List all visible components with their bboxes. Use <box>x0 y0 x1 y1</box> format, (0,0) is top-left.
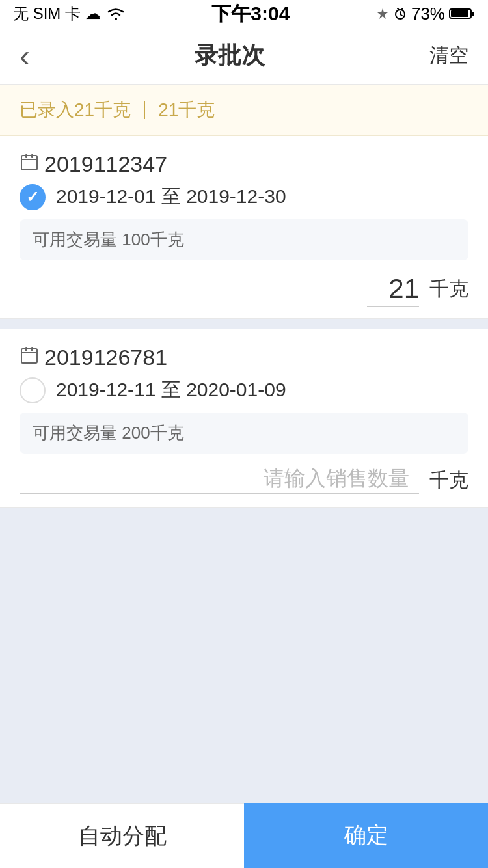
batch-date-text-2: 2019-12-11 至 2020-01-09 <box>56 377 286 403</box>
svg-rect-14 <box>21 352 37 353</box>
alarm-icon <box>393 7 407 21</box>
svg-rect-16 <box>31 347 33 351</box>
batch-checkbox-2[interactable] <box>20 377 46 403</box>
battery-icon <box>449 7 475 20</box>
svg-rect-11 <box>25 154 27 158</box>
batch-id-row-2: 2019126781 <box>20 345 468 370</box>
clear-button[interactable]: 清空 <box>429 42 468 69</box>
quantity-input-2[interactable] <box>20 467 419 494</box>
quantity-unit-1: 千克 <box>429 276 468 303</box>
recorded-label: 已录入21千克 <box>20 98 131 122</box>
batch-date-row-1: 2019-12-01 至 2019-12-30 <box>20 183 468 210</box>
svg-rect-12 <box>31 154 33 158</box>
batch-availability-2: 可用交易量 200千克 <box>20 413 468 454</box>
svg-line-4 <box>398 8 399 10</box>
batch-item-1: 2019112347 2019-12-01 至 2019-12-30 可用交易量… <box>0 136 488 319</box>
back-button[interactable]: ‹ <box>20 40 30 72</box>
wifi-icon <box>106 7 126 21</box>
status-left: 无 SIM 卡 ☁ <box>13 3 126 24</box>
svg-rect-10 <box>21 159 37 160</box>
section-divider <box>0 319 488 329</box>
input-row-2: 千克 <box>0 454 488 508</box>
batch-checkbox-1[interactable] <box>20 184 46 210</box>
batch-id-row-1: 2019112347 <box>20 152 468 177</box>
recorded-value: 21千克 <box>158 98 215 122</box>
sim-label: 无 SIM 卡 ☁ <box>13 3 101 24</box>
status-right: 73% <box>376 4 475 24</box>
batch-item-2: 2019126781 2019-12-11 至 2020-01-09 可用交易量… <box>0 329 488 508</box>
svg-rect-7 <box>451 10 468 17</box>
quantity-value-1: 21 <box>367 273 419 305</box>
nav-bar: ‹ 录批次 清空 <box>0 27 488 85</box>
batch-id-icon-2 <box>20 346 39 370</box>
batch-date-row-2: 2019-12-11 至 2020-01-09 <box>20 377 468 403</box>
svg-rect-15 <box>25 347 27 351</box>
svg-rect-9 <box>21 156 37 170</box>
svg-rect-8 <box>472 12 474 16</box>
svg-point-0 <box>115 18 117 20</box>
location-icon <box>376 7 389 20</box>
batch-id-text-2: 2019126781 <box>44 345 167 370</box>
batch-id-icon-1 <box>20 152 39 176</box>
empty-area <box>0 508 488 807</box>
bottom-bar: 自动分配 确定 <box>0 803 488 868</box>
input-unit-2: 千克 <box>429 467 468 494</box>
info-banner: 已录入21千克 21千克 <box>0 85 488 136</box>
svg-line-3 <box>400 14 402 16</box>
confirm-button[interactable]: 确定 <box>244 803 488 868</box>
auto-distribute-button[interactable]: 自动分配 <box>0 803 244 868</box>
batch-availability-1: 可用交易量 100千克 <box>20 219 468 260</box>
batch-id-text-1: 2019112347 <box>44 152 167 177</box>
status-bar: 无 SIM 卡 ☁ 下午3:04 73% <box>0 0 488 27</box>
content-wrapper: 已录入21千克 21千克 2019112347 2019-12-01 至 2 <box>0 85 488 807</box>
batch-date-text-1: 2019-12-01 至 2019-12-30 <box>56 183 286 210</box>
svg-line-5 <box>401 8 403 10</box>
battery-percent: 73% <box>411 4 445 24</box>
status-time: 下午3:04 <box>211 1 290 27</box>
svg-rect-13 <box>21 349 37 363</box>
info-divider <box>144 101 145 119</box>
page-title: 录批次 <box>195 40 265 72</box>
quantity-row-1: 21 千克 <box>0 260 488 319</box>
